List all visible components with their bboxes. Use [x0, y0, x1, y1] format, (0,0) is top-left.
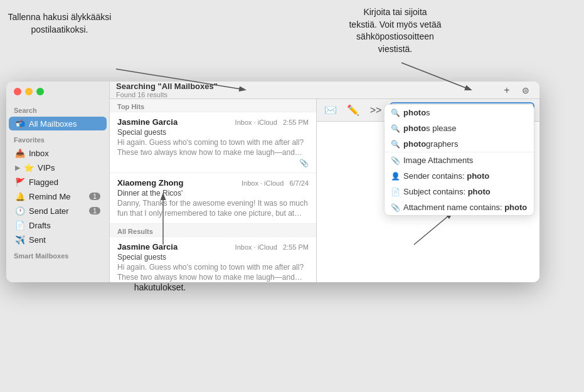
attachment-icon: 📎 — [299, 159, 309, 167]
attachment-filter-icon: 📎 — [391, 156, 400, 165]
attachment-name-filter-icon: 📎 — [391, 203, 400, 212]
autocomplete-item-photographers[interactable]: 🔍 photographers — [385, 136, 534, 152]
email-row[interactable]: Jasmine Garcia Inbox · iCloud 2:55 PM Sp… — [110, 112, 316, 173]
email-row[interactable]: Jasmine Garcia Inbox · iCloud 2:55 PM Sp… — [110, 237, 316, 282]
favorites-section-label: Favorites — [6, 131, 109, 146]
section-header-top-hits: Top Hits — [110, 99, 316, 112]
sent-icon: ✈️ — [15, 235, 25, 245]
autocomplete-item-subject-contains[interactable]: 📄 Subject contains: photo — [385, 184, 534, 199]
inbox-icon: 📥 — [15, 148, 25, 158]
smart-mailboxes-label: Smart Mailboxes — [6, 247, 109, 262]
sidebar-item-drafts[interactable]: 📄 Drafts — [9, 218, 107, 232]
mail-window: Search 📬 All Mailboxes Favorites 📥 Inbox… — [6, 82, 539, 282]
email-preview: Danny, Thanks for the awesome evening! I… — [117, 199, 309, 218]
email-meta: Inbox · iCloud 2:55 PM — [235, 243, 309, 251]
autocomplete-item-image-attachments[interactable]: 📎 Image Attachments — [385, 152, 534, 168]
toolbar-title-area: Searching "All Mailboxes" Found 16 resul… — [116, 82, 496, 98]
drafts-icon: 📄 — [15, 220, 25, 230]
sidebar: Search 📬 All Mailboxes Favorites 📥 Inbox… — [6, 82, 110, 282]
flagged-icon: 🚩 — [15, 177, 25, 187]
compose-icon-button[interactable]: ✉️ — [322, 103, 339, 118]
email-meta: Inbox · iCloud 2:55 PM — [235, 119, 309, 126]
right-panel-header: ✉️ ✏️ >> 🔍 ✕ 🔍 photos — [317, 99, 539, 122]
more-icon-button[interactable]: >> — [367, 103, 385, 118]
sidebar-item-remind-me[interactable]: 🔔 Remind Me 1 — [9, 189, 107, 203]
autocomplete-item-photos[interactable]: 🔍 photos — [385, 105, 534, 120]
maximize-button[interactable] — [36, 88, 44, 95]
autocomplete-item-photos-please[interactable]: 🔍 photos please — [385, 120, 534, 136]
sidebar-item-sent[interactable]: ✈️ Sent — [9, 233, 107, 246]
email-preview: Hi again. Guess who's coming to town wit… — [117, 263, 309, 282]
email-meta: Inbox · iCloud 6/7/24 — [242, 179, 309, 187]
search-autocomplete: 🔍 photos 🔍 photos please 🔍 photographers — [384, 104, 534, 216]
sidebar-item-send-later[interactable]: 🕐 Send Later 1 — [9, 204, 107, 218]
search-icon: 🔍 — [391, 140, 400, 149]
remind-me-icon: 🔔 — [15, 191, 25, 201]
search-section-label: Search — [6, 102, 109, 116]
email-sender: Jasmine Garcia — [117, 242, 178, 252]
right-panel: ✉️ ✏️ >> 🔍 ✕ 🔍 photos — [317, 99, 539, 282]
subject-filter-icon: 📄 — [391, 188, 400, 196]
send-later-icon: 🕐 — [15, 206, 25, 216]
vip-star-icon: ⭐ — [24, 162, 34, 172]
callout-top-right: Kirjoita tai sijoita tekstiä. Voit myös … — [332, 6, 458, 55]
search-subtitle: Found 16 results — [116, 91, 496, 98]
edit-icon-button[interactable]: ✏️ — [344, 103, 362, 118]
new-mailbox-button[interactable]: + — [499, 83, 514, 98]
main-content: Searching "All Mailboxes" Found 16 resul… — [110, 82, 539, 282]
minimize-button[interactable] — [25, 88, 33, 95]
window-controls — [14, 88, 44, 95]
email-row[interactable]: Xiaomeng Zhong Inbox · iCloud 6/7/24 Din… — [110, 173, 316, 224]
email-list: Top Hits Jasmine Garcia Inbox · iCloud 2… — [110, 99, 317, 282]
sender-filter-icon: 👤 — [391, 172, 400, 181]
email-row-header: Jasmine Garcia Inbox · iCloud 2:55 PM — [117, 117, 309, 127]
content-split: Top Hits Jasmine Garcia Inbox · iCloud 2… — [110, 99, 539, 282]
email-subject: Special guests — [117, 253, 309, 262]
autocomplete-item-attachment-name-contains[interactable]: 📎 Attachment name contains: photo — [385, 199, 534, 215]
sidebar-item-all-mailboxes[interactable]: 📬 All Mailboxes — [9, 117, 107, 130]
search-icon: 🔍 — [391, 124, 400, 133]
filter-button[interactable]: ⊜ — [518, 83, 533, 98]
search-icon: 🔍 — [391, 109, 400, 117]
email-row-header: Jasmine Garcia Inbox · iCloud 2:55 PM — [117, 242, 309, 252]
sidebar-item-inbox[interactable]: 📥 Inbox — [9, 146, 107, 160]
email-preview: Hi again. Guess who's coming to town wit… — [117, 138, 309, 157]
email-list-toolbar: Searching "All Mailboxes" Found 16 resul… — [110, 82, 539, 99]
close-button[interactable] — [14, 88, 21, 95]
autocomplete-item-sender-contains[interactable]: 👤 Sender contains: photo — [385, 168, 534, 184]
chevron-right-icon: ▶ — [15, 164, 20, 172]
email-sender: Jasmine Garcia — [117, 117, 178, 127]
email-subject: Dinner at the Ricos' — [117, 189, 309, 198]
search-title: Searching "All Mailboxes" — [116, 82, 496, 91]
callout-top-left: Tallenna hakusi älykkääksi postilaatikok… — [6, 11, 113, 36]
email-subject: Special guests — [117, 128, 309, 137]
email-sender: Xiaomeng Zhong — [117, 178, 183, 188]
mailbox-icon: 📬 — [15, 119, 25, 129]
sidebar-item-flagged[interactable]: 🚩 Flagged — [9, 175, 107, 189]
sidebar-item-vips[interactable]: ▶ ⭐ VIPs — [9, 161, 107, 174]
section-header-all-results: All Results — [110, 224, 316, 237]
email-row-header: Xiaomeng Zhong Inbox · iCloud 6/7/24 — [117, 178, 309, 188]
